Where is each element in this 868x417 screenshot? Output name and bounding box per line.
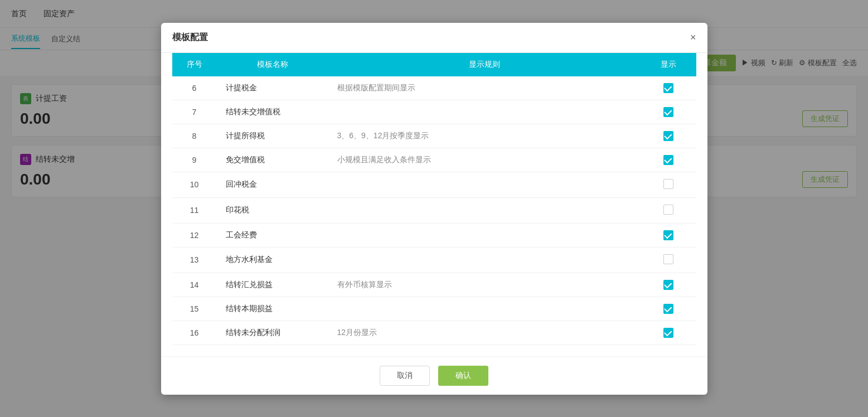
cell-seq: 8 (172, 124, 217, 148)
table-row: 11印花税 (172, 197, 696, 223)
cell-name: 结转未分配利润 (217, 321, 328, 345)
cell-rule (328, 247, 641, 273)
cell-rule (328, 197, 641, 223)
col-header-name: 模板名称 (217, 53, 328, 76)
table-row: 15结转本期损益 (172, 297, 696, 321)
modal-footer: 取消 确认 (161, 356, 707, 395)
cell-name: 印花税 (217, 197, 328, 223)
checkbox-checked[interactable] (663, 131, 673, 141)
cell-rule: 有外币核算显示 (328, 273, 641, 297)
cell-rule (328, 223, 641, 247)
cell-rule (328, 297, 641, 321)
checkbox-unchecked[interactable] (663, 254, 673, 264)
cell-name: 计提税金 (217, 76, 328, 100)
modal-title: 模板配置 (172, 32, 208, 43)
modal-header: 模板配置 × (161, 23, 707, 53)
cell-show (641, 297, 696, 321)
cell-rule: 12月份显示 (328, 321, 641, 345)
cell-rule (328, 100, 641, 124)
cell-seq: 12 (172, 223, 217, 247)
table-row: 7结转未交增值税 (172, 100, 696, 124)
cell-show (641, 172, 696, 197)
cell-name: 免交增值税 (217, 148, 328, 172)
cell-name: 结转本期损益 (217, 297, 328, 321)
cell-show (641, 273, 696, 297)
checkbox-unchecked[interactable] (663, 205, 673, 215)
cell-name: 工会经费 (217, 223, 328, 247)
table-row: 6计提税金根据模版配置期间显示 (172, 76, 696, 100)
checkbox-checked[interactable] (663, 328, 673, 338)
modal-overlay: 模板配置 × 序号 模板名称 显示规则 显示 6计提税金根据模版配置期间显示7结… (0, 0, 868, 417)
cell-seq: 14 (172, 273, 217, 297)
table-row: 13地方水利基金 (172, 247, 696, 273)
cell-name: 地方水利基金 (217, 247, 328, 273)
cell-show (641, 76, 696, 100)
cell-seq: 9 (172, 148, 217, 172)
table-row: 8计提所得税3、6、9、12月按季度显示 (172, 124, 696, 148)
checkbox-checked[interactable] (663, 155, 673, 165)
cell-seq: 6 (172, 76, 217, 100)
table-row: 10回冲税金 (172, 172, 696, 197)
checkbox-unchecked[interactable] (663, 179, 673, 189)
cell-name: 回冲税金 (217, 172, 328, 197)
modal-template-config: 模板配置 × 序号 模板名称 显示规则 显示 6计提税金根据模版配置期间显示7结… (161, 23, 707, 395)
table-row: 9免交增值税小规模且满足收入条件显示 (172, 148, 696, 172)
cell-show (641, 197, 696, 223)
checkbox-checked[interactable] (663, 280, 673, 290)
modal-close-button[interactable]: × (690, 32, 696, 42)
table-row: 16结转未分配利润12月份显示 (172, 321, 696, 345)
cell-rule (328, 172, 641, 197)
cell-seq: 16 (172, 321, 217, 345)
cell-seq: 11 (172, 197, 217, 223)
cell-rule: 小规模且满足收入条件显示 (328, 148, 641, 172)
cell-seq: 7 (172, 100, 217, 124)
cell-rule: 3、6、9、12月按季度显示 (328, 124, 641, 148)
table-row: 14结转汇兑损益有外币核算显示 (172, 273, 696, 297)
col-header-show: 显示 (641, 53, 696, 76)
cancel-button[interactable]: 取消 (380, 366, 430, 386)
cell-show (641, 100, 696, 124)
cell-name: 结转汇兑损益 (217, 273, 328, 297)
table-header-row: 序号 模板名称 显示规则 显示 (172, 53, 696, 76)
col-header-seq: 序号 (172, 53, 217, 76)
checkbox-checked[interactable] (663, 107, 673, 117)
checkbox-checked[interactable] (663, 83, 673, 93)
modal-body[interactable]: 序号 模板名称 显示规则 显示 6计提税金根据模版配置期间显示7结转未交增值税8… (161, 53, 707, 356)
cell-rule: 根据模版配置期间显示 (328, 76, 641, 100)
config-table: 序号 模板名称 显示规则 显示 6计提税金根据模版配置期间显示7结转未交增值税8… (172, 53, 696, 345)
cell-seq: 10 (172, 172, 217, 197)
cell-name: 计提所得税 (217, 124, 328, 148)
cell-seq: 15 (172, 297, 217, 321)
col-header-rule: 显示规则 (328, 53, 641, 76)
confirm-button[interactable]: 确认 (438, 366, 488, 386)
cell-show (641, 148, 696, 172)
checkbox-checked[interactable] (663, 230, 673, 240)
cell-seq: 13 (172, 247, 217, 273)
cell-show (641, 124, 696, 148)
table-row: 12工会经费 (172, 223, 696, 247)
cell-show (641, 321, 696, 345)
cell-show (641, 247, 696, 273)
cell-name: 结转未交增值税 (217, 100, 328, 124)
checkbox-checked[interactable] (663, 304, 673, 314)
cell-show (641, 223, 696, 247)
